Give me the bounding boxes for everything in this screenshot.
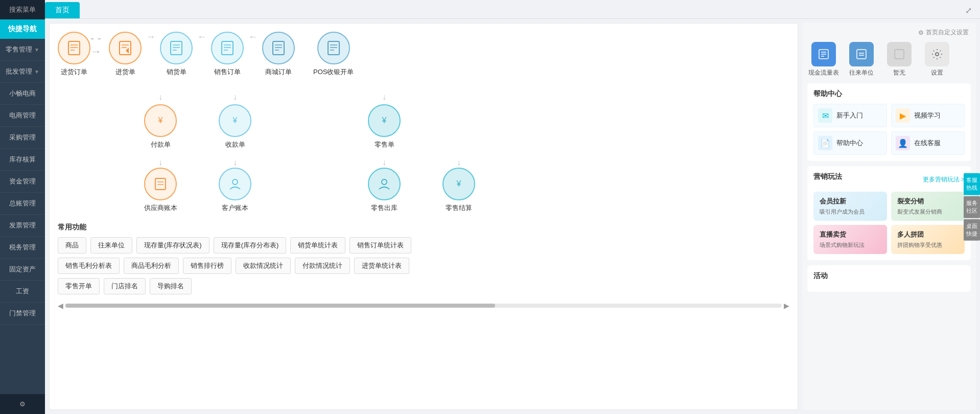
tab-home[interactable]: 首页 bbox=[45, 2, 80, 18]
retail-settle-icon[interactable]: ¥ bbox=[442, 168, 475, 200]
scroll-left-btn[interactable]: ◀ bbox=[58, 302, 63, 310]
sidebar-item-wholesale[interactable]: 批发管理 ▼ bbox=[0, 61, 45, 83]
receipt-icon[interactable]: ¥ bbox=[219, 104, 251, 137]
sidebar-item-ecommerce-xiao[interactable]: 小畅电商 bbox=[0, 83, 45, 105]
quick-icon-settings[interactable]: 设置 bbox=[921, 42, 953, 77]
chevron-down-icon: ▼ bbox=[34, 47, 39, 53]
func-btn-goods-margin[interactable]: 商品毛利分析 bbox=[124, 258, 179, 274]
sidebar-item-tax[interactable]: 税务管理 bbox=[0, 237, 45, 259]
scroll-thumb bbox=[65, 304, 495, 308]
sidebar: 搜索菜单 快捷导航 零售管理 ▼ 批发管理 ▼ 小畅电商 电商管理 采购管理 库… bbox=[0, 0, 45, 414]
marketing-header: 营销玩法 更多营销玩法 > bbox=[813, 172, 965, 187]
sidebar-item-access[interactable]: 门禁管理 bbox=[0, 303, 45, 325]
func-btn-sales-order-stat[interactable]: 销售订单统计表 bbox=[349, 237, 411, 254]
right-panel: ⚙ 首页自定义设置 现金流量表 往来单位 bbox=[802, 23, 976, 410]
float-btn-desktop[interactable]: 桌面快捷 bbox=[964, 219, 980, 241]
flow-node-pos[interactable]: POS收银开单 bbox=[313, 32, 354, 77]
purchase-bill-icon bbox=[109, 32, 142, 64]
sidebar-item-inventory[interactable]: 库存核算 bbox=[0, 149, 45, 171]
svg-point-31 bbox=[382, 179, 387, 185]
svg-rect-4 bbox=[120, 41, 131, 55]
settings-button[interactable]: ⚙ bbox=[0, 394, 45, 414]
svg-text:¥: ¥ bbox=[158, 116, 163, 125]
customer-ledger-icon[interactable] bbox=[219, 168, 251, 200]
content-area: 进货订单 - - → 进货单 → bbox=[45, 19, 980, 414]
retail-outbound-icon[interactable] bbox=[368, 168, 401, 200]
settings-icon bbox=[925, 42, 949, 66]
marketing-section: 营销玩法 更多营销玩法 > 会员拉新 吸引用户成为会员 裂变分销 裂变式发展分销… bbox=[807, 166, 971, 260]
quick-icons: 现金流量表 往来单位 暂无 bbox=[807, 42, 971, 77]
flow-node-purchase-bill[interactable]: 进货单 bbox=[109, 32, 142, 77]
more-marketing-link[interactable]: 更多营销玩法 > bbox=[923, 175, 965, 184]
common-functions: 常用功能 商品 往来单位 现存量(库存状况表) 现存量(库存分布表) 销货单统计… bbox=[58, 223, 789, 294]
flow-node-sales-order[interactable]: 销售订单 bbox=[211, 32, 244, 77]
scroll-right-btn[interactable]: ▶ bbox=[784, 302, 789, 310]
func-btn-guide-rank[interactable]: 导购排名 bbox=[150, 278, 192, 294]
func-btn-inventory-dist[interactable]: 现存量(库存分布表) bbox=[214, 237, 287, 254]
svg-rect-27 bbox=[155, 178, 166, 190]
float-btn-service[interactable]: 客服热线 bbox=[964, 173, 980, 195]
float-btn-community[interactable]: 服务社区 bbox=[964, 196, 980, 218]
help-center-title: 帮助中心 bbox=[813, 89, 965, 99]
svg-rect-11 bbox=[222, 41, 233, 55]
gear-icon: ⚙ bbox=[918, 29, 924, 36]
help-item-beginner[interactable]: ✉ 新手入门 bbox=[813, 104, 887, 127]
flow-node-purchase-order[interactable]: 进货订单 bbox=[58, 32, 90, 77]
retail-bill-icon[interactable]: ¥ bbox=[368, 104, 401, 137]
sidebar-item-fixed-assets[interactable]: 固定资产 bbox=[0, 259, 45, 281]
scroll-track[interactable] bbox=[65, 304, 782, 308]
activity-title: 活动 bbox=[813, 271, 965, 281]
func-btn-purchase-stat[interactable]: 进货单统计表 bbox=[354, 258, 409, 274]
video-icon: ▶ bbox=[896, 108, 910, 123]
homepage-settings-link[interactable]: ⚙ 首页自定义设置 bbox=[918, 28, 969, 37]
help-grid: ✉ 新手入门 ▶ 视频学习 📄 帮助中心 👤 在线客服 bbox=[813, 104, 965, 155]
purchase-order-icon bbox=[58, 32, 90, 64]
svg-rect-37 bbox=[857, 50, 866, 59]
flow-diagram: 进货订单 - - → 进货单 → bbox=[58, 32, 789, 213]
sidebar-item-payroll[interactable]: 工资 bbox=[0, 281, 45, 303]
flow-node-sales-bill[interactable]: 销货单 bbox=[160, 32, 193, 77]
sidebar-item-invoice[interactable]: 发票管理 bbox=[0, 215, 45, 237]
quick-icon-cashflow[interactable]: 现金流量表 bbox=[807, 42, 840, 77]
svg-text:¥: ¥ bbox=[456, 179, 461, 188]
func-btn-retail-order[interactable]: 零售开单 bbox=[58, 278, 100, 294]
help-item-video[interactable]: ▶ 视频学习 bbox=[891, 104, 965, 127]
payment-icon[interactable]: ¥ bbox=[144, 104, 177, 137]
sidebar-item-finance[interactable]: 资金管理 bbox=[0, 171, 45, 193]
func-btn-payment-stat[interactable]: 付款情况统计 bbox=[295, 258, 350, 274]
marketing-item-fission[interactable]: 裂变分销 裂变式发展分销商 bbox=[891, 192, 965, 221]
sidebar-item-general-ledger[interactable]: 总账管理 bbox=[0, 193, 45, 215]
svg-rect-15 bbox=[273, 41, 284, 55]
svg-text:¥: ¥ bbox=[382, 116, 387, 125]
quick-icon-none[interactable]: 暂无 bbox=[883, 42, 916, 77]
help-section: 帮助中心 ✉ 新手入门 ▶ 视频学习 📄 帮助中心 👤 bbox=[807, 83, 971, 161]
quick-icon-partners[interactable]: 往来单位 bbox=[845, 42, 878, 77]
marketing-item-live[interactable]: 直播卖货 场景式购物新玩法 bbox=[813, 225, 887, 254]
marketing-item-member[interactable]: 会员拉新 吸引用户成为会员 bbox=[813, 192, 887, 221]
svg-rect-19 bbox=[328, 41, 339, 55]
beginner-icon: ✉ bbox=[818, 108, 832, 123]
flow-node-mall-order[interactable]: 商城订单 bbox=[262, 32, 295, 77]
func-btn-partners[interactable]: 往来单位 bbox=[90, 237, 132, 254]
supplier-ledger-icon[interactable] bbox=[144, 168, 177, 200]
arrow-right-1: - - → bbox=[90, 32, 109, 82]
sidebar-nav-active[interactable]: 快捷导航 bbox=[0, 19, 45, 39]
maximize-button[interactable]: ⤢ bbox=[960, 3, 977, 18]
func-btn-sales-ranking[interactable]: 销售排行榜 bbox=[183, 258, 231, 274]
sidebar-item-purchase[interactable]: 采购管理 bbox=[0, 127, 45, 149]
common-functions-title: 常用功能 bbox=[58, 223, 789, 232]
func-btn-goods[interactable]: 商品 bbox=[58, 237, 86, 254]
sidebar-item-retail[interactable]: 零售管理 ▼ bbox=[0, 39, 45, 61]
func-btn-sales-stat[interactable]: 销货单统计表 bbox=[290, 237, 345, 254]
func-btn-inventory-status[interactable]: 现存量(库存状况表) bbox=[136, 237, 209, 254]
svg-rect-7 bbox=[171, 41, 182, 55]
sidebar-item-ecommerce[interactable]: 电商管理 bbox=[0, 105, 45, 127]
sidebar-search[interactable]: 搜索菜单 bbox=[0, 0, 45, 19]
func-btn-gross-profit[interactable]: 销售毛利分析表 bbox=[58, 258, 120, 274]
help-item-online-support[interactable]: 👤 在线客服 bbox=[891, 131, 965, 155]
cashflow-icon bbox=[811, 42, 836, 66]
func-btn-receipt-stat[interactable]: 收款情况统计 bbox=[236, 258, 291, 274]
marketing-item-group[interactable]: 多人拼团 拼团购物享受优惠 bbox=[891, 225, 965, 254]
func-btn-store-rank[interactable]: 门店排名 bbox=[104, 278, 146, 294]
help-item-helpcenter[interactable]: 📄 帮助中心 bbox=[813, 131, 887, 155]
